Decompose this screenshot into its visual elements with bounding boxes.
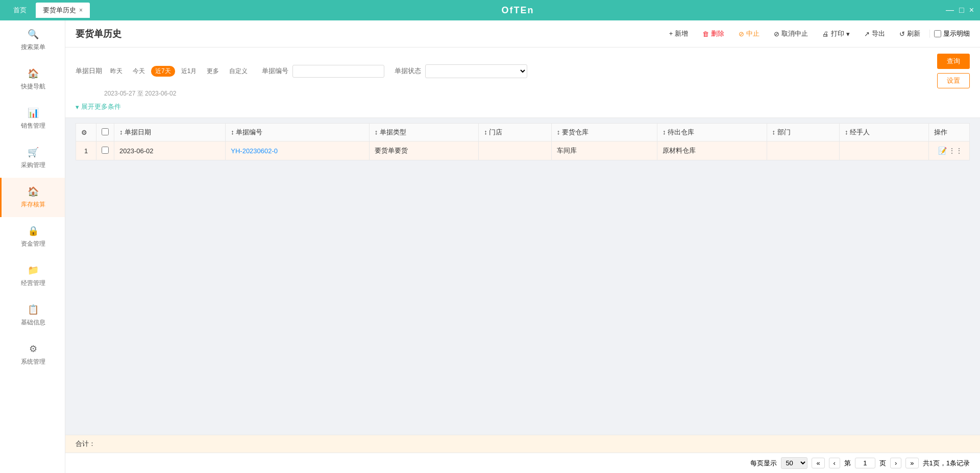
page-size-select[interactable]: 50 100	[781, 457, 807, 469]
cancel-stop-button[interactable]: ⊘ 取消中止	[769, 27, 813, 41]
prev-page-btn[interactable]: ‹	[829, 458, 840, 468]
query-button[interactable]: 查询	[937, 54, 970, 69]
sidebar-item-search-menu[interactable]: 🔍 搜索菜单	[0, 20, 65, 60]
select-all-checkbox[interactable]	[102, 128, 109, 135]
system-icon: ⚙	[29, 343, 37, 354]
new-button[interactable]: + 新增	[664, 27, 693, 41]
sidebar-label-sales: 销售管理	[21, 122, 45, 130]
th-checkbox	[96, 124, 114, 141]
page-header: 要货单历史 + 新增 🗑 删除 ⊘ 中止 ⊘ 取消中止 🖨 打印	[65, 20, 980, 48]
td-num: 1	[76, 141, 96, 160]
td-docno[interactable]: YH-20230602-0	[226, 141, 369, 160]
show-detail-label[interactable]: 显示明细	[934, 29, 970, 38]
th-operations: 操作	[929, 124, 970, 141]
pagination: 每页显示 50 100 « ‹ 第 页 › » 共1页，1条记录	[65, 453, 980, 473]
th-date: ↕ 单据日期	[114, 124, 226, 141]
sidebar-label-search-menu: 搜索菜单	[21, 43, 45, 52]
total-info: 共1页，1条记录	[923, 459, 970, 468]
filter-date: 单据日期 昨天 今天 近7天 近1月 更多 自定义	[76, 66, 252, 77]
td-checkbox	[96, 141, 114, 160]
sidebar-item-basic-info[interactable]: 📋 基础信息	[0, 296, 65, 335]
basic-info-icon: 📋	[28, 304, 39, 315]
expand-filters-btn[interactable]: ▾ 展开更多条件	[76, 102, 970, 111]
table-wrap: ⚙ ↕ 单据日期 ↕ 单据编号 ↕ 单据类型 ↕ 门店 ↕ 要货仓库 ↕ 待出仓…	[65, 118, 980, 435]
search-menu-icon: 🔍	[28, 29, 39, 40]
maximize-btn[interactable]: □	[959, 6, 964, 15]
sidebar-label-operations: 经营管理	[21, 279, 45, 288]
doc-no-link[interactable]: YH-20230602-0	[231, 147, 278, 155]
top-bar: 首页 要货单历史 × OfTEn — □ ×	[0, 0, 980, 20]
td-pending-warehouse: 原材料仓库	[657, 141, 767, 160]
filter-status-label: 单据状态	[395, 66, 421, 76]
delete-button[interactable]: 🗑 删除	[697, 27, 729, 41]
date-btn-1month[interactable]: 近1月	[177, 66, 201, 77]
table-header-row: ⚙ ↕ 单据日期 ↕ 单据编号 ↕ 单据类型 ↕ 门店 ↕ 要货仓库 ↕ 待出仓…	[76, 124, 970, 141]
td-req-warehouse: 车间库	[551, 141, 657, 160]
filter-row-1: 单据日期 昨天 今天 近7天 近1月 更多 自定义 单据编号	[76, 54, 970, 88]
first-page-btn[interactable]: «	[812, 458, 824, 468]
cancel-stop-icon: ⊘	[774, 30, 779, 38]
date-shortcuts: 昨天 今天 近7天 近1月 更多 自定义	[106, 66, 252, 77]
close-btn[interactable]: ×	[969, 6, 974, 15]
last-page-btn[interactable]: »	[905, 458, 918, 468]
tab-home[interactable]: 首页	[6, 3, 34, 18]
table-head: ⚙ ↕ 单据日期 ↕ 单据编号 ↕ 单据类型 ↕ 门店 ↕ 要货仓库 ↕ 待出仓…	[76, 124, 970, 141]
show-detail-checkbox[interactable]	[934, 30, 941, 37]
sidebar-label-finance: 资金管理	[21, 240, 45, 248]
sidebar-label-system: 系统管理	[21, 358, 45, 366]
expand-icon: ▾	[76, 103, 79, 111]
sidebar-item-quick-nav[interactable]: 🏠 快捷导航	[0, 60, 65, 99]
page-size-label: 每页显示	[750, 459, 777, 468]
filter-docno-input[interactable]	[292, 65, 384, 78]
export-button[interactable]: ↗ 导出	[859, 27, 890, 41]
stop-button[interactable]: ⊘ 中止	[733, 27, 765, 41]
date-btn-yesterday[interactable]: 昨天	[106, 66, 127, 77]
row-checkbox[interactable]	[102, 147, 109, 154]
delete-icon: 🗑	[702, 30, 709, 38]
date-btn-custom[interactable]: 自定义	[225, 66, 252, 77]
stop-icon: ⊘	[739, 30, 744, 38]
sidebar-item-inventory[interactable]: 🏠 库存核算	[0, 178, 65, 217]
finance-icon: 🔒	[28, 225, 39, 236]
minimize-btn[interactable]: —	[946, 6, 954, 15]
divider	[929, 30, 930, 38]
sales-icon: 📊	[28, 107, 39, 119]
sidebar-item-system[interactable]: ⚙ 系统管理	[0, 335, 65, 374]
footer-summary: 合计：	[65, 435, 980, 453]
td-store	[479, 141, 552, 160]
td-doctype: 要货单要货	[369, 141, 479, 160]
sidebar: 🔍 搜索菜单 🏠 快捷导航 📊 销售管理 🛒 采购管理 🏠 库存核算 🔒 资金管…	[0, 20, 65, 473]
th-settings: ⚙	[76, 124, 96, 141]
close-tab-icon[interactable]: ×	[79, 7, 83, 14]
date-btn-more[interactable]: 更多	[203, 66, 223, 77]
th-docno: ↕ 单据编号	[226, 124, 369, 141]
window-controls: — □ ×	[946, 6, 974, 15]
page-actions: + 新增 🗑 删除 ⊘ 中止 ⊘ 取消中止 🖨 打印 ▾	[664, 27, 970, 41]
date-btn-today[interactable]: 今天	[129, 66, 149, 77]
filter-docno: 单据编号	[262, 65, 384, 78]
filter-date-label: 单据日期	[76, 66, 102, 76]
edit-icon[interactable]: 📝	[937, 145, 948, 156]
th-store: ↕ 门店	[479, 124, 552, 141]
date-btn-7days[interactable]: 近7天	[151, 66, 175, 77]
refresh-button[interactable]: ↺ 刷新	[894, 27, 925, 41]
filter-status-select[interactable]	[425, 64, 527, 78]
setting-button[interactable]: 设置	[937, 73, 970, 88]
page-input[interactable]	[855, 458, 875, 468]
sidebar-item-sales[interactable]: 📊 销售管理	[0, 99, 65, 138]
next-page-btn[interactable]: ›	[890, 458, 901, 468]
page-unit: 页	[879, 459, 886, 468]
print-dropdown-icon: ▾	[846, 30, 850, 38]
print-button[interactable]: 🖨 打印 ▾	[817, 27, 855, 41]
sidebar-item-finance[interactable]: 🔒 资金管理	[0, 217, 65, 256]
print-icon: 🖨	[822, 30, 829, 38]
sidebar-label-quick-nav: 快捷导航	[21, 82, 45, 91]
more-ops-icon[interactable]: ⋮⋮	[950, 145, 961, 156]
sidebar-item-operations[interactable]: 📁 经营管理	[0, 256, 65, 296]
sidebar-item-purchase[interactable]: 🛒 采购管理	[0, 138, 65, 178]
inventory-icon: 🏠	[28, 186, 39, 197]
operations-icon: 📁	[28, 265, 39, 276]
tab-active[interactable]: 要货单历史 ×	[36, 3, 90, 18]
data-table: ⚙ ↕ 单据日期 ↕ 单据编号 ↕ 单据类型 ↕ 门店 ↕ 要货仓库 ↕ 待出仓…	[76, 123, 970, 160]
filter-docno-label: 单据编号	[262, 66, 288, 76]
